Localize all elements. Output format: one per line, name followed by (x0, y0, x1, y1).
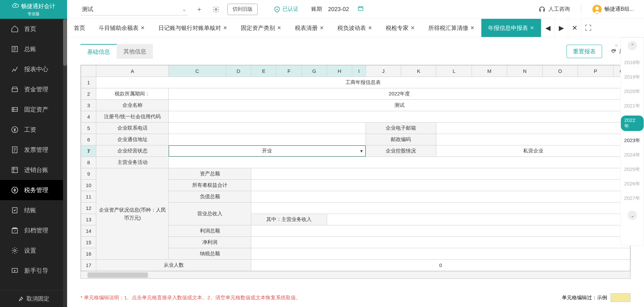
sidebar-item-reports[interactable]: 报表中心 (0, 59, 67, 79)
year-up-button[interactable]: ⌃ (628, 41, 637, 50)
svg-rect-8 (12, 167, 17, 173)
unpin-button[interactable]: 取消固定 (0, 290, 67, 307)
user-name: 畅捷通B组... (604, 6, 634, 13)
verified-text: 已认证 (282, 6, 299, 13)
close-icon[interactable]: ✕ (368, 25, 372, 31)
gear-icon[interactable] (211, 4, 221, 15)
tabs-close-all[interactable]: ✕ (568, 19, 581, 37)
switch-old-version-button[interactable]: 切到旧版 (227, 4, 258, 15)
svg-rect-1 (359, 7, 363, 11)
header-main: 测试 ⌄ ＋ 切到旧版 已认证 账期 2023-02 人工咨询 畅捷通B组... (67, 3, 644, 15)
sidebar-item-home[interactable]: 首页 (0, 19, 67, 39)
sidebar-item-guide[interactable]: 新手引导 (0, 261, 67, 281)
tab-bank-reconcile[interactable]: 日记账与银行对账单核对✕ (152, 19, 234, 37)
year-down-button[interactable]: ⌄ (628, 211, 637, 220)
sidebar-item-salary[interactable]: 工资 (0, 120, 67, 140)
content: 基础信息 其他信息 重置报表 刷新 A B C D E F G (67, 37, 644, 307)
edited-example-swatch (610, 293, 631, 302)
sidebar: 首页 总账 报表中心 资金管理 固定资产 工资 发票管理 进销台账 税务管理 结… (0, 19, 67, 307)
year-option[interactable]: 2023年 (624, 133, 640, 148)
sidebar-item-invoice[interactable]: 发票管理 (0, 140, 67, 160)
year-option[interactable]: 2024年 (624, 148, 640, 162)
tabs-row: 首页 斗目辅助余额表✕ 日记账与银行对账单核对✕ 固定资产类别✕ 税表清册✕ 税… (67, 19, 644, 37)
content-header: 基础信息 其他信息 重置报表 刷新 (80, 44, 631, 59)
company-select[interactable]: 测试 ⌄ (80, 3, 188, 15)
year-option[interactable]: 2019年 (624, 70, 640, 84)
sidebar-item-ledger[interactable]: 总账 (0, 39, 67, 59)
consult-button[interactable]: 人工咨询 (538, 6, 570, 13)
year-option[interactable]: 2021年 (624, 99, 640, 113)
consult-label: 人工咨询 (548, 6, 570, 13)
dropdown-icon[interactable]: ▼ (360, 149, 364, 154)
tab-annual-report[interactable]: 年报信息申报表✕ (481, 19, 541, 37)
sidebar-item-fixed-assets[interactable]: 固定资产 (0, 99, 67, 120)
fullscreen-icon[interactable]: ⛶ (581, 19, 595, 37)
brand-edition: 专业版 (28, 11, 40, 17)
sidebar-scrollbar[interactable] (63, 19, 67, 307)
select-all-corner[interactable] (81, 65, 96, 77)
sidebar-item-close[interactable]: 结账 (0, 200, 67, 220)
close-icon[interactable]: ✕ (277, 25, 281, 31)
horizontal-scrollbar[interactable] (81, 271, 630, 278)
spreadsheet[interactable]: A B C D E F G H I J K L M N O P Q 1工商年报信… (80, 65, 631, 279)
sidebar-item-inventory[interactable]: 进销台账 (0, 160, 67, 180)
close-icon[interactable]: ✕ (320, 25, 324, 31)
year-option-active[interactable]: 2022年 (621, 116, 644, 131)
tab-aux-balance[interactable]: 斗目辅助余额表✕ (92, 19, 152, 37)
tab-income-tax[interactable]: 所得税汇算清缴✕ (422, 19, 481, 37)
tab-home[interactable]: 首页 (67, 19, 92, 37)
tab-tax-list[interactable]: 税表清册✕ (288, 19, 331, 37)
year-option[interactable]: 2026年 (624, 177, 640, 191)
svg-point-0 (215, 8, 217, 10)
close-icon[interactable]: ✕ (411, 25, 415, 31)
business-status-cell[interactable]: 开业▼ (169, 145, 366, 157)
collapse-rail-icon[interactable]: « (615, 42, 618, 49)
period-label: 账期 (311, 6, 322, 13)
svg-point-12 (14, 250, 16, 252)
tab-tax-fluctuation[interactable]: 税负波动表✕ (331, 19, 379, 37)
close-icon[interactable]: ✕ (470, 25, 475, 31)
brand-name: 畅捷通好会计 (21, 2, 55, 10)
company-name: 测试 (82, 5, 93, 13)
close-icon[interactable]: ✕ (223, 25, 227, 31)
year-rail: « ⌃ 2018年 2019年 2020年 2021年 2022年 2023年 … (621, 37, 644, 246)
cloud-icon (12, 2, 19, 10)
mini-tab-other[interactable]: 其他信息 (117, 44, 153, 59)
tabs-next[interactable]: ▶ (554, 19, 568, 37)
user-menu[interactable]: 畅捷通B组... (592, 5, 634, 14)
year-option[interactable]: 2025年 (624, 162, 640, 177)
close-icon[interactable]: ✕ (530, 25, 534, 31)
sidebar-item-funds[interactable]: 资金管理 (0, 79, 67, 99)
tab-fixed-asset-type[interactable]: 固定资产类别✕ (234, 19, 288, 37)
sheet-title[interactable]: 工商年报信息表 (96, 77, 630, 88)
svg-point-3 (595, 7, 599, 10)
reset-report-button[interactable]: 重置报表 (567, 45, 602, 58)
year-option[interactable]: 2027年 (624, 191, 640, 206)
brand-logo[interactable]: 畅捷通好会计 专业版 (0, 0, 67, 19)
column-header-row[interactable]: A B C D E F G H I J K L M N O P Q (81, 65, 630, 77)
period-value[interactable]: 2023-02 (328, 6, 349, 13)
sidebar-item-tax[interactable]: 税务管理 (0, 180, 67, 200)
calendar-icon[interactable] (358, 5, 364, 13)
divider (581, 5, 581, 14)
tab-tax-expert[interactable]: 税检专家✕ (379, 19, 422, 37)
top-header: 畅捷通好会计 专业版 测试 ⌄ ＋ 切到旧版 已认证 账期 2023-02 人工… (0, 0, 644, 19)
close-icon[interactable]: ✕ (141, 25, 145, 31)
add-button[interactable]: ＋ (194, 4, 205, 15)
sidebar-item-archive[interactable]: 归档管理 (0, 220, 67, 240)
chevron-down-icon: ⌄ (182, 6, 186, 13)
sidebar-item-settings[interactable]: 设置 (0, 240, 67, 261)
mini-tab-basic[interactable]: 基础信息 (80, 44, 117, 59)
verified-badge: 已认证 (274, 6, 299, 13)
footer-note: * 单元格编辑说明：1、点击单元格直接录入数值或文本。2、清空单元格数值或文本恢… (80, 293, 631, 302)
year-option[interactable]: 2018年 (624, 55, 640, 70)
year-option[interactable]: 2020年 (624, 84, 640, 99)
avatar (592, 5, 602, 14)
tabs-prev[interactable]: ◀ (541, 19, 554, 37)
